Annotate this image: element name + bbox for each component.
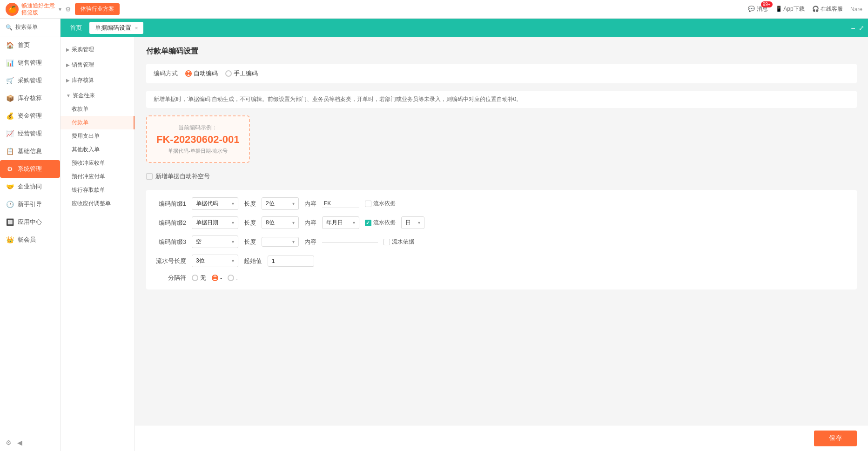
content1-label: 内容 [304,200,316,208]
system-icon: ⚙ [6,165,14,173]
length1-arrow-icon: ▾ [292,201,295,206]
content2-label: 内容 [304,219,316,227]
search-icon: 🔍 [6,24,13,31]
info-text: 新增单据时，'单据编码'自动生成，不可编辑。前缀设置为部门、业务员等档案类，开单… [146,91,857,108]
arrow-down-icon: ▼ [66,93,71,98]
content-area: 首页 单据编码设置 × – ⤢ ▶ 采购管理 [61,19,868,451]
save-button[interactable]: 保存 [814,431,857,446]
prefix3-select[interactable]: 空 ▾ [192,236,238,248]
sub-item-payment[interactable]: 付款单 [61,116,135,129]
tab-home[interactable]: 首页 [64,22,87,34]
sub-item-prepay-pay[interactable]: 预付冲应付单 [61,170,135,183]
main-layout: 🔍 搜索菜单 🏠 首页 📊 销售管理 🛒 采购管理 📦 库存核算 💰 [0,19,868,451]
sub-group-funds: ▼ 资金往来 收款单 付款单 费用支出单 其他收入单 预收冲应收单 预付冲应付单… [61,89,135,210]
logo: 🍊 畅通通好生意 摇篮版 [6,2,55,16]
dropdown-arrow-icon[interactable]: ▾ [59,6,61,13]
length1-select[interactable]: 2位 ▾ [262,197,299,210]
sep-none-radio[interactable]: 无 [192,274,206,282]
sub-group-purchase-title[interactable]: ▶ 采购管理 [61,43,135,56]
serial-len-select[interactable]: 3位 ▾ [192,255,238,267]
settings-icon[interactable]: ⚙ [65,6,71,13]
topbar-right: 💬 消息 99+ 📱 App下载 🎧 在线客服 Nare [748,5,862,13]
logo-icon: 🍊 [6,3,19,16]
sep-dash-radio[interactable]: - [212,275,222,282]
sidebar-item-system[interactable]: ⚙ 系统管理 [0,160,60,178]
message-icon: 💬 [748,6,755,12]
left-nav: 🔍 搜索菜单 🏠 首页 📊 销售管理 🛒 采购管理 📦 库存核算 💰 [0,19,61,451]
start-val-input[interactable] [268,256,314,267]
trial-button[interactable]: 体验行业方案 [75,3,120,15]
search-menu[interactable]: 🔍 搜索菜单 [0,19,60,36]
serial1-cb[interactable] [365,201,371,207]
sidebar-item-basic-info[interactable]: 📋 基础信息 [0,142,60,160]
sidebar-item-enterprise[interactable]: 🤝 企业协同 [0,178,60,195]
sidebar-item-operations[interactable]: 📈 经营管理 [0,125,60,142]
sidebar-item-apps[interactable]: 🔲 应用中心 [0,213,60,231]
sidebar-item-inventory[interactable]: 📦 库存核算 [0,89,60,107]
topbar-controls: ▾ ⚙ 体验行业方案 [59,3,120,15]
user-info[interactable]: Nare [850,6,862,13]
tab-bar: 首页 单据编码设置 × – ⤢ [61,19,868,37]
serial-len-label: 流水号长度 [154,257,186,265]
inventory-icon: 📦 [6,94,14,102]
serial1-checkbox[interactable]: 流水依据 [365,200,396,208]
prefix2-select[interactable]: 单据日期 ▾ [192,216,238,229]
auto-fill-checkbox[interactable] [146,173,153,180]
basic-info-icon: 📋 [6,148,14,155]
preview-box: 当前编码示例： FK-20230602-001 单据代码-单据日期-流水号 [146,115,250,163]
serial2-cb[interactable]: ✓ [365,220,371,226]
bottom-bar: 保存 [135,425,868,451]
sidebar-item-finance[interactable]: 💰 资金管理 [0,107,60,125]
serial3-cb[interactable] [384,239,390,245]
sub-item-adjust[interactable]: 应收应付调整单 [61,197,135,210]
prefix1-select[interactable]: 单据代码 ▾ [192,197,238,210]
sidebar-item-purchase[interactable]: 🛒 采购管理 [0,72,60,89]
sub-group-sales-title[interactable]: ▶ 销售管理 [61,58,135,72]
collapse-icon[interactable]: ◀ [17,439,22,446]
sidebar-item-sales[interactable]: 📊 销售管理 [0,54,60,72]
enterprise-icon: 🤝 [6,183,14,190]
sidebar-item-members[interactable]: 👑 畅会员 [0,231,60,249]
serial2-checkbox[interactable]: ✓ 流水依据 [365,219,396,227]
page-title: 付款单编码设置 [146,47,857,56]
sub-item-bank[interactable]: 银行存取款单 [61,183,135,197]
manual-code-radio[interactable]: 手工编码 [225,69,258,78]
arrow-right-icon3: ▶ [66,78,70,83]
message-area[interactable]: 💬 消息 99+ [748,5,767,13]
tab-close-icon[interactable]: × [135,25,138,31]
sub-item-other-income[interactable]: 其他收入单 [61,143,135,156]
app-icon: 📱 [775,6,782,12]
online-service-area[interactable]: 🎧 在线客服 [812,5,843,13]
settings-bottom-icon[interactable]: ⚙ [6,439,12,446]
sub-group-inventory-title[interactable]: ▶ 库存核算 [61,74,135,87]
length2-select[interactable]: 8位 ▾ [262,216,299,229]
serial2-unit-select[interactable]: 日 ▾ [401,216,424,229]
sidebar-item-home[interactable]: 🏠 首页 [0,36,60,54]
expand-icon[interactable]: ⤢ [859,24,864,32]
preview-label: 当前编码示例： [156,124,240,132]
sub-group-sales: ▶ 销售管理 [61,58,135,72]
prefix1-label: 编码前缀1 [154,200,186,208]
content2-select[interactable]: 年月日 ▾ [322,216,359,229]
content3-value [322,241,378,243]
preview-code: FK-20230602-001 [156,134,240,146]
sidebar-item-guide[interactable]: 🕐 新手引导 [0,195,60,213]
serial3-checkbox[interactable]: 流水依据 [384,238,414,246]
topbar-left: 🍊 畅通通好生意 摇篮版 ▾ ⚙ 体验行业方案 [6,2,120,16]
guide-icon: 🕐 [6,201,14,208]
sep-dot-radio[interactable]: . [228,275,238,282]
headset-icon: 🎧 [812,6,819,12]
prefix3-row: 编码前缀3 空 ▾ 长度 ▾ 内容 [154,236,849,248]
length3-select[interactable]: ▾ [262,237,299,247]
tab-encode-settings[interactable]: 单据编码设置 × [89,22,143,34]
sub-item-receipt[interactable]: 收款单 [61,102,135,116]
config-section: 编码前缀1 单据代码 ▾ 长度 2位 ▾ 内容 [146,190,857,289]
minimize-icon[interactable]: – [851,24,855,32]
sub-group-funds-title[interactable]: ▼ 资金往来 [61,89,135,102]
app-download-area[interactable]: 📱 App下载 [775,5,805,13]
content1-value: FK [322,199,359,208]
sub-item-prepay-recv[interactable]: 预收冲应收单 [61,156,135,170]
sub-item-expense[interactable]: 费用支出单 [61,129,135,143]
sep-dash-dot [212,275,218,281]
auto-code-radio[interactable]: 自动编码 [185,69,218,78]
